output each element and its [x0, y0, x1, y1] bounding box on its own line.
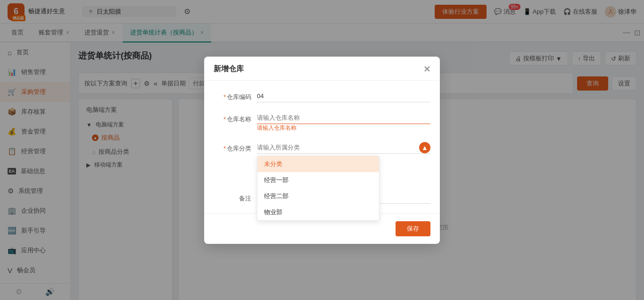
warehouse-category-input[interactable]: [257, 142, 430, 154]
warehouse-category-field: 仓库分类 ▲ 未分类 经营一部 经营二部: [214, 142, 430, 154]
dropdown-item-property[interactable]: 物业部: [257, 204, 379, 220]
category-dropdown-list: 未分类 经营一部 经营二部 物业部: [257, 156, 380, 221]
new-warehouse-dialog: 新增仓库 ✕ 仓库编码 仓库名称 请输入仓库名称 仓库分类: [204, 57, 440, 244]
dropdown-item-operations1[interactable]: 经营一部: [257, 172, 379, 188]
remark-label: 备注: [214, 192, 251, 203]
warehouse-name-field: 仓库名称 请输入仓库名称: [214, 112, 430, 132]
warehouse-name-error-area: 请输入仓库名称: [214, 124, 297, 132]
dialog-overlay: 新增仓库 ✕ 仓库编码 仓库名称 请输入仓库名称 仓库分类: [0, 0, 644, 300]
warehouse-code-field: 仓库编码: [214, 90, 430, 102]
warehouse-name-label: 仓库名称: [214, 112, 251, 124]
dropdown-item-operations2[interactable]: 经营二部: [257, 188, 379, 204]
dialog-body: 仓库编码 仓库名称 请输入仓库名称 仓库分类 ▲: [204, 81, 440, 204]
warehouse-name-error: 请输入仓库名称: [257, 125, 297, 131]
dialog-header: 新增仓库 ✕: [204, 57, 440, 81]
warehouse-name-input[interactable]: [257, 112, 430, 124]
dropdown-item-unclassified[interactable]: 未分类: [257, 156, 379, 172]
warehouse-code-label: 仓库编码: [214, 90, 251, 101]
dialog-close-button[interactable]: ✕: [423, 64, 430, 75]
warehouse-category-label: 仓库分类: [214, 142, 251, 153]
save-button[interactable]: 保存: [396, 221, 430, 236]
warehouse-code-input[interactable]: [257, 90, 430, 102]
dialog-title: 新增仓库: [214, 64, 244, 74]
warehouse-category-wrap: ▲ 未分类 经营一部 经营二部 物业部: [257, 142, 430, 154]
category-dropdown-arrow[interactable]: ▲: [419, 142, 430, 153]
